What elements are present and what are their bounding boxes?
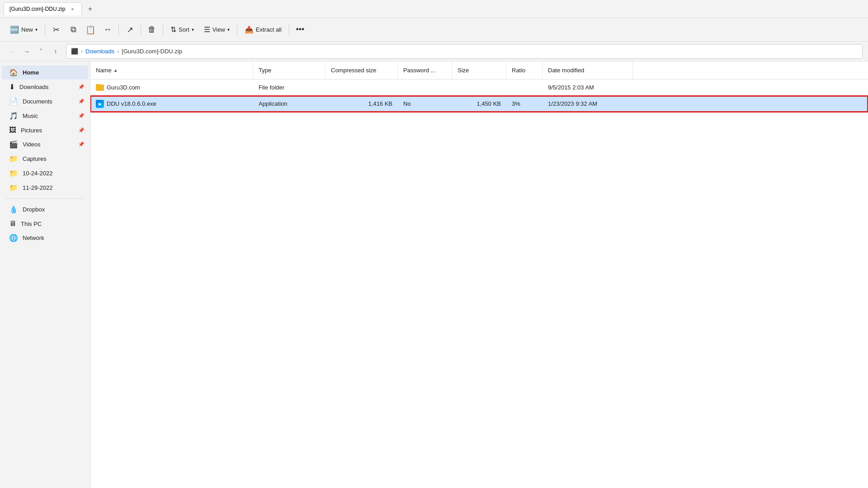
documents-pin: 📌 <box>78 99 85 104</box>
file-row-folder[interactable]: Guru3D.com File folder 9/5/2015 2:03 AM <box>90 80 868 96</box>
sidebar-item-network-label: Network <box>23 235 44 241</box>
sort-label: Sort <box>179 26 189 33</box>
breadcrumb-downloads[interactable]: Downloads <box>85 48 114 55</box>
tab-add-button[interactable]: + <box>84 3 96 15</box>
tab-close-button[interactable]: × <box>69 5 76 13</box>
extract-icon: 📤 <box>245 25 254 34</box>
sidebar-item-videos-label: Videos <box>23 141 41 148</box>
exe-name: DDU v18.0.6.0.exe <box>107 100 156 107</box>
file-cell-date-exe: 1/23/2023 9:32 AM <box>542 100 633 107</box>
toolbar-separator-1 <box>45 23 45 36</box>
col-header-compsize[interactable]: Compressed size <box>326 61 398 79</box>
toolbar-separator-4 <box>163 23 163 36</box>
exe-type-label: Application <box>259 100 288 107</box>
move-icon: ↔ <box>104 25 112 34</box>
sidebar-item-pictures-label: Pictures <box>21 127 42 134</box>
sidebar-item-pictures[interactable]: 🖼 Pictures 📌 <box>2 123 88 137</box>
sidebar-item-11292022-label: 11-29-2022 <box>23 184 53 191</box>
col-header-ratio[interactable]: Ratio <box>506 61 542 79</box>
tab-label: [Guru3D.com]-DDU.zip <box>9 6 65 12</box>
sidebar-item-10242022-label: 10-24-2022 <box>23 170 53 177</box>
sidebar-item-10242022[interactable]: 📁 10-24-2022 <box>2 166 88 180</box>
sidebar-item-downloads-label: Downloads <box>19 84 48 90</box>
new-label: New <box>21 26 33 33</box>
sidebar: 🏠 Home ⬇ Downloads 📌 📄 Documents 📌 🎵 Mus… <box>0 61 90 488</box>
col-date-label: Date modified <box>548 67 584 74</box>
main-area: 🏠 Home ⬇ Downloads 📌 📄 Documents 📌 🎵 Mus… <box>0 61 868 488</box>
exe-compsize: 1,416 KB <box>368 100 393 107</box>
sidebar-item-11292022[interactable]: 📁 11-29-2022 <box>2 181 88 195</box>
sidebar-item-videos[interactable]: 🎬 Videos 📌 <box>2 137 88 151</box>
sidebar-item-dropbox-label: Dropbox <box>23 206 45 213</box>
sidebar-item-thispc[interactable]: 🖥 This PC <box>2 217 88 230</box>
cut-button[interactable]: ✂ <box>48 22 64 38</box>
file-row-exe[interactable]: DDU v18.0.6.0.exe Application 1,416 KB N… <box>90 96 868 112</box>
col-header-name[interactable]: Name ▲ <box>90 61 253 79</box>
toolbar-separator-3 <box>141 23 141 36</box>
file-cell-name-folder: Guru3D.com <box>90 84 253 91</box>
sidebar-item-captures-label: Captures <box>23 155 47 162</box>
more-icon: ••• <box>296 25 304 34</box>
col-compsize-label: Compressed size <box>331 67 376 74</box>
sidebar-item-documents[interactable]: 📄 Documents 📌 <box>2 94 88 108</box>
col-password-label: Password ... <box>403 67 436 74</box>
home-icon: 🏠 <box>9 68 18 77</box>
sidebar-item-music[interactable]: 🎵 Music 📌 <box>2 109 88 123</box>
videos-pin: 📌 <box>78 141 85 147</box>
title-bar: [Guru3D.com]-DDU.zip × + <box>0 0 868 18</box>
tab[interactable]: [Guru3D.com]-DDU.zip × <box>4 2 82 15</box>
view-dropdown-icon: ▾ <box>227 27 230 32</box>
nav-buttons: ← → ˅ ↑ <box>5 45 62 58</box>
pictures-icon: 🖼 <box>9 126 16 134</box>
folder-type-label: File folder <box>259 84 284 91</box>
view-button[interactable]: ☰ View ▾ <box>199 23 234 37</box>
col-header-type[interactable]: Type <box>253 61 326 79</box>
documents-icon: 📄 <box>9 97 18 106</box>
folder-10242022-icon: 📁 <box>9 169 18 178</box>
sidebar-item-network[interactable]: 🌐 Network <box>2 231 88 245</box>
file-cell-password-exe: No <box>398 100 452 107</box>
sidebar-item-dropbox[interactable]: 💧 Dropbox <box>2 202 88 216</box>
delete-button[interactable]: 🗑 <box>144 22 160 38</box>
dropdown-button[interactable]: ˅ <box>34 45 48 58</box>
videos-icon: 🎬 <box>9 140 18 149</box>
music-pin: 📌 <box>78 113 85 119</box>
paste-icon: 📋 <box>85 25 95 35</box>
sidebar-item-home[interactable]: 🏠 Home <box>2 66 88 80</box>
col-header-date[interactable]: Date modified <box>542 61 633 79</box>
share-button[interactable]: ↗ <box>122 22 138 38</box>
paste-button[interactable]: 📋 <box>82 22 99 38</box>
folder-11292022-icon: 📁 <box>9 183 18 192</box>
file-cell-compsize-exe: 1,416 KB <box>326 100 398 107</box>
file-cell-date-folder: 9/5/2015 2:03 AM <box>542 84 633 91</box>
breadcrumb-home[interactable]: ⬛ <box>71 48 78 55</box>
col-type-label: Type <box>259 67 271 74</box>
breadcrumb[interactable]: ⬛ › Downloads › [Guru3D.com]-DDU.zip <box>66 44 863 59</box>
sidebar-item-home-label: Home <box>23 69 39 76</box>
col-header-password[interactable]: Password ... <box>398 61 452 79</box>
sidebar-item-captures[interactable]: 📁 Captures <box>2 152 88 166</box>
up-button[interactable]: ↑ <box>49 45 62 58</box>
more-button[interactable]: ••• <box>292 22 308 38</box>
folder-date: 9/5/2015 2:03 AM <box>548 84 594 91</box>
column-headers: Name ▲ Type Compressed size Password ...… <box>90 61 868 80</box>
back-button[interactable]: ← <box>5 45 19 58</box>
pictures-pin: 📌 <box>78 127 85 133</box>
view-icon: ☰ <box>204 25 210 34</box>
move-button[interactable]: ↔ <box>99 22 116 38</box>
copy-button[interactable]: ⧉ <box>65 22 81 38</box>
sort-button[interactable]: ⇅ Sort ▾ <box>166 23 198 37</box>
extract-button[interactable]: 📤 Extract all <box>240 23 286 37</box>
file-area: Name ▲ Type Compressed size Password ...… <box>90 61 868 488</box>
sort-icon: ⇅ <box>170 25 176 34</box>
file-cell-type-exe: Application <box>253 100 326 107</box>
extract-label: Extract all <box>256 26 282 33</box>
copy-icon: ⧉ <box>71 25 76 34</box>
sidebar-item-thispc-label: This PC <box>21 221 42 227</box>
forward-button[interactable]: → <box>20 45 33 58</box>
exe-size: 1,450 KB <box>477 100 501 107</box>
new-button[interactable]: 🆕 New ▾ <box>5 23 42 37</box>
file-cell-size-exe: 1,450 KB <box>452 100 506 107</box>
sidebar-item-downloads[interactable]: ⬇ Downloads 📌 <box>2 80 88 94</box>
col-header-size[interactable]: Size <box>452 61 506 79</box>
